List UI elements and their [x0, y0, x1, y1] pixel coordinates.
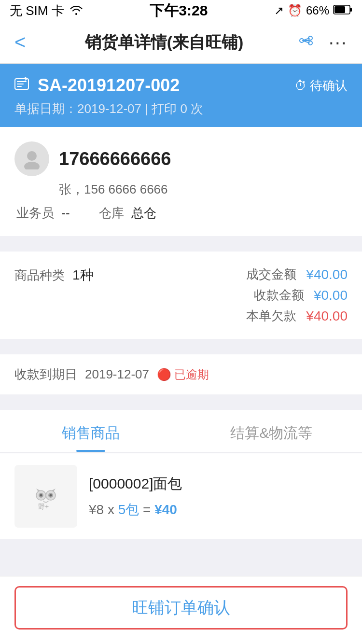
- divider-2: [0, 339, 362, 347]
- deal-amount-label: 成交金额: [246, 266, 296, 283]
- order-date: 单据日期：2019-12-07 | 打印 0 次: [14, 100, 348, 117]
- received-label: 收款金额: [254, 287, 304, 304]
- customer-name: 张，156 6666 6666: [14, 181, 348, 198]
- customer-phone: 17666666666: [59, 149, 171, 169]
- product-type: 商品种类 1种: [14, 266, 94, 284]
- tabs-section: 销售商品 结算&物流等: [0, 410, 362, 452]
- location-icon: ↗: [274, 4, 284, 17]
- order-status: ⏱ 待确认: [294, 77, 348, 94]
- overdue-badge: 🔴 已逾期: [157, 367, 209, 382]
- summary-right: 成交金额 ¥40.00 收款金额 ¥0.00 本单欠款 ¥40.00: [246, 266, 348, 324]
- product-qty: 5包: [118, 502, 139, 517]
- nav-bar: < 销货单详情(来自旺铺) ···: [0, 21, 362, 64]
- price-text: ¥8 x: [89, 502, 118, 517]
- svg-point-7: [27, 151, 37, 161]
- equals-text: =: [139, 502, 154, 517]
- due-date-label: 收款到期日: [14, 366, 77, 383]
- svg-text:野+: 野+: [38, 503, 49, 510]
- deal-amount-row: 成交金额 ¥40.00: [246, 266, 348, 283]
- status-right: ↗ ⏰ 66%: [274, 4, 352, 17]
- received-row: 收款金额 ¥0.00: [254, 287, 348, 304]
- page-title: 销货单详情(来自旺铺): [85, 31, 244, 54]
- svg-point-14: [50, 494, 52, 497]
- bottom-bar: 旺铺订单确认: [0, 576, 362, 644]
- product-name: [0000002]面包: [89, 474, 348, 494]
- product-info: [0000002]面包 ¥8 x 5包 = ¥40: [89, 474, 348, 519]
- order-id: SA-20191207-002: [14, 75, 180, 96]
- product-item: 野+ [0000002]面包 ¥8 x 5包 = ¥40: [0, 453, 362, 539]
- received-value: ¥0.00: [314, 288, 348, 303]
- tab-settlement-logistics[interactable]: 结算&物流等: [181, 410, 362, 452]
- order-icon: [14, 75, 32, 96]
- owed-value: ¥40.00: [306, 308, 348, 324]
- nav-actions: ···: [298, 31, 348, 53]
- product-type-label: 商品种类: [14, 267, 65, 284]
- order-header-top: SA-20191207-002 ⏱ 待确认: [14, 75, 348, 96]
- status-bar: 无 SIM 卡 下午3:28 ↗ ⏰ 66%: [0, 0, 362, 21]
- summary-grid: 商品种类 1种 成交金额 ¥40.00 收款金额 ¥0.00 本单欠款 ¥40.…: [14, 266, 348, 324]
- confirm-order-button[interactable]: 旺铺订单确认: [14, 586, 348, 630]
- customer-top: 17666666666: [14, 141, 348, 176]
- battery-icon: [333, 4, 352, 17]
- carrier-label: 无 SIM 卡: [10, 2, 64, 19]
- avatar: [14, 141, 49, 176]
- salesperson-label: 业务员 --: [16, 205, 70, 222]
- customer-section: 17666666666 张，156 6666 6666 业务员 -- 仓库 总仓: [0, 127, 362, 236]
- product-price: ¥8 x 5包 = ¥40: [89, 501, 348, 519]
- status-time: 下午3:28: [150, 1, 208, 21]
- clock-icon: ⏱: [294, 78, 307, 93]
- back-button[interactable]: <: [14, 31, 30, 53]
- svg-point-13: [40, 494, 42, 497]
- divider-1: [0, 236, 362, 244]
- wifi-icon: [69, 3, 84, 18]
- order-header: SA-20191207-002 ⏱ 待确认 单据日期：2019-12-07 | …: [0, 64, 362, 127]
- deal-amount-value: ¥40.00: [306, 267, 348, 282]
- customer-meta: 业务员 -- 仓库 总仓: [14, 205, 348, 222]
- more-icon[interactable]: ···: [329, 31, 348, 53]
- tab-sales-products[interactable]: 销售商品: [0, 410, 181, 452]
- svg-rect-1: [350, 8, 352, 12]
- warehouse-value: 总仓: [131, 206, 156, 220]
- product-type-value: 1种: [72, 266, 94, 284]
- warehouse-label: 仓库 总仓: [99, 205, 156, 222]
- owed-row: 本单欠款 ¥40.00: [246, 308, 348, 324]
- owed-label: 本单欠款: [246, 308, 296, 324]
- status-left: 无 SIM 卡: [10, 2, 84, 19]
- share-icon[interactable]: [298, 32, 314, 53]
- due-section: 收款到期日 2019-12-07 🔴 已逾期: [0, 354, 362, 394]
- divider-3: [0, 394, 362, 402]
- due-date-value: 2019-12-07: [85, 367, 149, 382]
- battery-label: 66%: [306, 4, 329, 17]
- product-thumbnail: 野+: [14, 465, 77, 528]
- svg-point-8: [24, 162, 40, 169]
- svg-rect-2: [334, 6, 345, 13]
- product-total: ¥40: [154, 502, 177, 517]
- summary-section: 商品种类 1种 成交金额 ¥40.00 收款金额 ¥0.00 本单欠款 ¥40.…: [0, 252, 362, 339]
- alarm-icon: ⏰: [288, 4, 302, 17]
- overdue-label: 已逾期: [174, 367, 209, 382]
- salesperson-value: --: [61, 206, 70, 220]
- overdue-icon: 🔴: [157, 368, 171, 381]
